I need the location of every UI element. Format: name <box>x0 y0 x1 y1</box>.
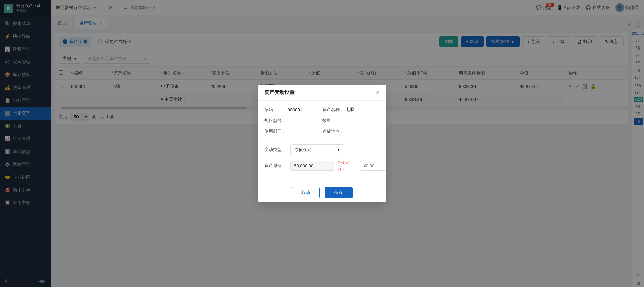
qty-label: 数量： <box>322 118 346 124</box>
modal-qty-field: 数量： <box>322 118 380 124</box>
modal-title: 资产变动设置 <box>264 89 295 96</box>
save-label: 保存 <box>334 190 343 195</box>
modal-row-code-name: 编码： 000001 资产名称： 电脑 <box>264 107 380 113</box>
modal-footer: 取消 保存 <box>258 183 386 202</box>
asset-name-label: 资产名称： <box>322 107 346 113</box>
modal-divider <box>264 139 380 139</box>
original-value-label: 资产原值： <box>264 163 288 169</box>
code-value: 000001 <box>288 107 302 113</box>
cancel-button[interactable]: 取消 <box>292 187 320 198</box>
change-type-label: 变动类型： <box>264 147 288 153</box>
modal-row-dept-location: 使用部门： 存放地点： <box>264 128 380 134</box>
modal-close-icon[interactable]: ✕ <box>376 89 380 96</box>
spec-label: 规格型号： <box>264 118 288 124</box>
cancel-label: 取消 <box>301 190 310 195</box>
modal-name-field: 资产名称： 电脑 <box>322 107 380 113</box>
modal-code-field: 编码： 000001 <box>264 107 322 113</box>
chevron-down-icon: ▼ <box>337 148 341 152</box>
asset-change-modal: 资产变动设置 ✕ 编码： 000001 资产名称： 电脑 规格型号： <box>258 85 386 202</box>
original-value-input[interactable] <box>290 161 334 171</box>
modal-header: 资产变动设置 ✕ <box>258 85 386 101</box>
code-label: 编码： <box>264 107 288 113</box>
change-type-select[interactable]: 原值变动 ▼ <box>290 144 344 155</box>
after-change-label: * 变动后： <box>337 160 357 172</box>
asset-name-value: 电脑 <box>346 107 355 113</box>
modal-dept-field: 使用部门： <box>264 128 322 134</box>
location-label: 存放地点： <box>322 128 346 134</box>
modal-location-field: 存放地点： <box>322 128 380 134</box>
modal-spec-field: 规格型号： <box>264 118 322 124</box>
save-button[interactable]: 保存 <box>325 187 353 198</box>
modal-overlay: 资产变动设置 ✕ 编码： 000001 资产名称： 电脑 规格型号： <box>0 0 644 287</box>
after-change-input[interactable] <box>360 161 386 171</box>
modal-value-row: 资产原值： * 变动后： <box>264 160 380 172</box>
modal-change-type-row: 变动类型： 原值变动 ▼ <box>264 144 380 155</box>
dept-label: 使用部门： <box>264 128 288 134</box>
modal-body: 编码： 000001 资产名称： 电脑 规格型号： 数量： <box>258 101 386 183</box>
modal-row-spec-qty: 规格型号： 数量： <box>264 118 380 124</box>
change-type-value: 原值变动 <box>294 147 312 153</box>
